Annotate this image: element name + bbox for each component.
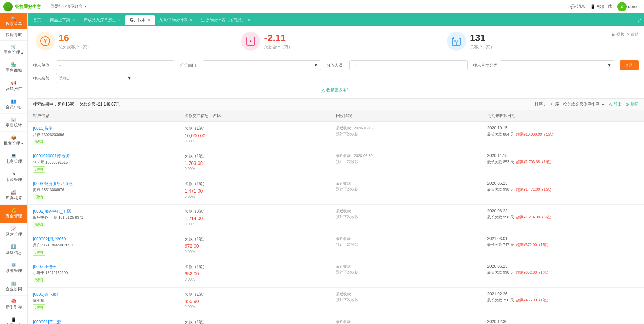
recovery-next-4: 预计下次收款 (336, 242, 487, 247)
member-icon: 👥 (11, 99, 16, 104)
customer-name-4[interactable]: [000002]用户2050 (33, 236, 185, 242)
tab-minimize-btn[interactable]: − (627, 17, 633, 23)
debt-amount-4: 672.00 (185, 243, 336, 249)
overdue-amount-2[interactable]: 超期¥1,471.00（1笔） (516, 187, 553, 192)
tab-inbound-stats[interactable]: 进货单统计表（按商品） ✕ (197, 15, 254, 25)
tab-customer-ledger[interactable]: 客户账本 ✕ (125, 15, 155, 25)
sidebar-item-enterprise[interactable]: 🏢 企业协同 (0, 277, 27, 296)
results-actions: 排序： 排序：按欠款金额倒序排序 ▼ ⊙ 导出 ⟳ 刷新 (535, 101, 639, 107)
debt-info-1: 欠款（1笔） 1,703.68 0.00% (185, 153, 336, 171)
overdue-amount-0[interactable]: 超期¥10,000.00（1笔） (516, 132, 555, 136)
sidebar-item-guide[interactable]: 🎯 新手引导 (0, 296, 27, 314)
filter-select-category[interactable]: ▼ (500, 60, 614, 70)
arrow-icon: ▲ (21, 51, 24, 54)
refresh-button[interactable]: ⟳ 刷新 (626, 101, 639, 107)
customer-name-5[interactable]: [0007]小进干 (33, 264, 185, 270)
enterprise-icon: 🏢 (11, 281, 16, 286)
debt-count-3: 欠款（3笔） (185, 209, 336, 214)
recovery-label-6: 最近收款 (336, 292, 487, 297)
sidebar-item-inventory[interactable]: 🏭 库存核算 (0, 186, 27, 205)
message-btn[interactable]: 💬 消息 (570, 4, 585, 9)
overdue-date-1: 2020.11.15 (487, 153, 639, 158)
filter-item-category: 往来单位分类 ▼ (473, 60, 614, 70)
filter-input-supplier[interactable]: ··· (56, 60, 174, 70)
stat-value-debt: -2.11 (264, 33, 292, 43)
overdue-info-3: 2020.06.23 最长欠款 998 天 超期¥1,214.00（3笔） (487, 209, 639, 220)
sidebar-item-ecommerce[interactable]: 💻 电商管理 (0, 150, 27, 168)
sidebar-item-retail-stats[interactable]: 📊 零售统计 (0, 114, 27, 132)
tab-close-customer-ledger[interactable]: ✕ (148, 18, 150, 22)
filter-item-dept: 分管部门 ▼ (180, 60, 321, 70)
tab-close-production-history[interactable]: ✕ (118, 18, 121, 22)
sidebar-search[interactable]: 🔍 搜索菜单 (0, 13, 27, 29)
customer-name-2[interactable]: [0003]畅捷服务尹海燕 (33, 181, 185, 187)
table-row: [0006]去下粮仓 陈小希 现销 欠款（1笔） 455.90 0.00% 最近… (28, 288, 644, 315)
stats-bar: ¥ 16 总欠款客户（家） ✦ -2.11 (28, 26, 644, 56)
chevron-dept-icon: ▼ (314, 63, 318, 68)
overdue-amount-3[interactable]: 超期¥1,214.00（3笔） (516, 215, 553, 219)
overdue-info-1: 2020.11.15 最长欠款 853 天 超期¥1,703.68（1笔） (487, 153, 639, 165)
tab-purchase-stats[interactable]: 采购订单统计表 ✕ (155, 15, 196, 25)
company-select[interactable]: 母婴行业演示账套 ▼ (50, 4, 87, 9)
sidebar-item-retail-mall[interactable]: 🏪 零售商城 (0, 59, 27, 77)
customer-name-1[interactable]: [0001020001]李老师 (33, 153, 185, 159)
sidebar-item-retail-management[interactable]: 🛒 零售管理 ▲ (0, 41, 27, 59)
sidebar-quick-nav[interactable]: 快捷导航 (0, 29, 27, 41)
export-button[interactable]: ⊙ 导出 (609, 101, 622, 107)
tab-home[interactable]: 首页 (29, 15, 45, 25)
logo-icon: 🌿 (3, 2, 13, 11)
sidebar-item-wholesale[interactable]: 📦 批发管理 ▼ (0, 132, 27, 150)
customer-tag-3: 现销 (33, 222, 45, 228)
stat-info-total: 131 总客户（家） (470, 33, 494, 50)
tab-close-product-listing[interactable]: ✕ (72, 18, 75, 22)
collapse-button[interactable]: ⋀ 收起更多条件 (33, 86, 639, 94)
overdue-amount-4[interactable]: 超期¥672.00（1笔） (516, 243, 550, 247)
sidebar-item-operations[interactable]: 📈 经营管理 (0, 223, 27, 241)
customer-sub-6: 陈小希 (33, 298, 185, 303)
marketing-icon: 📢 (11, 81, 16, 85)
tab-product-listing[interactable]: 商品上下架 ✕ (46, 15, 79, 25)
customer-name-6[interactable]: [0006]去下粮仓 (33, 292, 185, 297)
tab-close-inbound-stats[interactable]: ✕ (248, 18, 250, 22)
app-download-btn[interactable]: 📱 App下载 (590, 4, 612, 9)
help-btn[interactable]: ? 帮助 (627, 32, 639, 37)
tab-maximize-btn[interactable]: ⤢ (636, 17, 643, 23)
sidebar-item-member[interactable]: 👥 会员中心 (0, 95, 27, 114)
debt-percent-0: 0.00% (185, 139, 336, 143)
sort-select[interactable]: 排序：按欠款金额倒序排序 ▼ (551, 101, 605, 107)
sidebar-item-marketing[interactable]: 📢 营销推广 (0, 77, 27, 95)
customer-name-7[interactable]: [000001]黄思源 (33, 319, 185, 324)
operations-icon: 📈 (11, 226, 16, 231)
sidebar-item-purchase[interactable]: 🛍 采购管理 (0, 168, 27, 186)
overdue-amount-6[interactable]: 超期¥455.90（1笔） (516, 298, 550, 302)
sidebar-item-finance[interactable]: 💰 资金管理 (0, 205, 27, 223)
video-btn[interactable]: ▶ 视频 (612, 32, 624, 37)
filter-input-person[interactable]: ··· (349, 60, 468, 70)
guide-icon: 🎯 (11, 299, 16, 304)
user-menu[interactable]: d demo2 (617, 2, 641, 11)
avatar: d (617, 2, 627, 11)
overdue-amount-1[interactable]: 超期¥1,703.68（1笔） (516, 160, 553, 164)
sidebar-item-system[interactable]: ⚙️ 系统管理 (0, 259, 27, 277)
tab-close-purchase-stats[interactable]: ✕ (190, 18, 192, 22)
overdue-amount-5[interactable]: 超期¥652.00（1笔） (516, 270, 550, 274)
filter-item-supplier: 往来单位 ··· (33, 60, 174, 70)
tab-production-history[interactable]: 产成品入库单历史 ✕ (80, 15, 125, 25)
debt-percent-3: 0.00% (185, 222, 336, 226)
search-button[interactable]: 查询 (620, 60, 639, 70)
overdue-days-0: 最长欠款 884 天 超期¥10,000.00（1笔） (487, 132, 639, 137)
sidebar-item-basic-info[interactable]: ℹ️ 基础信息 (0, 241, 27, 259)
sidebar-item-app-center[interactable]: 📱 应用中心 (0, 314, 27, 324)
company-name: 母婴行业演示账套 (50, 4, 83, 9)
customer-name-0[interactable]: [0016]吕俊 (33, 126, 185, 131)
filter-select-balance[interactable]: 选择... ▼ (56, 73, 134, 83)
filter-item-person: 分管人员 ··· (327, 60, 468, 70)
recovery-next-2: 预计下次收款 (336, 187, 487, 192)
customer-name-3[interactable]: [0002]服务中心_丁磊 (33, 209, 185, 214)
filter-select-dept[interactable]: ▼ (203, 60, 321, 70)
inventory-icon: 🏭 (11, 190, 16, 195)
customer-sub-5: 小进干 18279152100 (33, 270, 185, 275)
overdue-info-4: 2021.03.01 最长欠款 747 天 超期¥672.00（1笔） (487, 236, 639, 247)
stat-icon-building (447, 32, 466, 51)
debt-amount-2: 1,471.00 (185, 188, 336, 194)
